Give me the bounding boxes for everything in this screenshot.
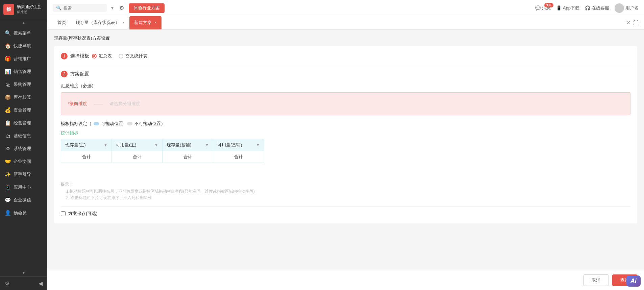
main-card: 1 选择模板 汇总表 交叉统计表 2 方案: [54, 46, 637, 223]
save-checkbox[interactable]: [61, 211, 66, 216]
sidebar-item-finance[interactable]: 💰 资金管理: [0, 104, 47, 117]
sidebar-icon-quick-nav: 🏠: [5, 43, 11, 49]
sidebar-icon-app-center: 📱: [5, 184, 11, 190]
radio-summary-label: 汇总表: [99, 53, 112, 59]
topbar-dropdown[interactable]: ▼: [110, 5, 115, 10]
service-icon: 🎧: [585, 5, 590, 10]
sidebar-item-inventory[interactable]: 📦 库存核算: [0, 91, 47, 104]
sidebar-item-guide[interactable]: ✨ 新手引导: [0, 168, 47, 181]
collapse-icon[interactable]: ◀: [39, 280, 43, 287]
stat-table-header: 现存量(主) ▼ 可用量(主) ▼ 现存量(基辅) ▼ 可用量(基辅): [61, 139, 264, 151]
topbar-search-box[interactable]: 🔍: [53, 4, 107, 12]
topbar-gear-icon[interactable]: ⚙: [118, 3, 125, 13]
save-label: 方案保存(可选): [68, 211, 98, 217]
topbar-right: 💬 消息 99+ 📱 App下载 🎧 在线客服 用户名: [535, 3, 639, 13]
sidebar-item-marketing[interactable]: 🎁 营销推广: [0, 52, 47, 65]
dimension-placeholder: 请选择分组维度: [109, 101, 140, 107]
topbar-user[interactable]: 用户名: [615, 3, 639, 13]
sidebar-footer: ⚙ ◀: [0, 276, 47, 290]
sidebar-item-operation[interactable]: 📋 经营管理: [0, 117, 47, 129]
stat-section-title: 统计指标: [61, 130, 630, 136]
step2-num: 2: [61, 71, 68, 77]
tab-inventory-close[interactable]: ×: [122, 20, 125, 25]
content-area: 现存量(库存状况表)方案设置 1 选择模板 汇总表 交叉统计表: [47, 30, 644, 270]
sidebar-item-sales[interactable]: 📊 销售管理: [0, 65, 47, 78]
sidebar-icon-member: 👤: [5, 210, 11, 216]
ai-badge[interactable]: Ai: [626, 275, 641, 287]
app-name: 畅康通好生意: [17, 4, 41, 10]
indicator-config-prefix: 模板指标设定（: [61, 121, 92, 127]
sidebar-label-inventory: 库存核算: [14, 94, 31, 100]
sidebar-scroll-up[interactable]: ▲: [0, 19, 47, 27]
hint-title: 提示：: [61, 182, 630, 187]
stat-table: 现存量(主) ▼ 可用量(主) ▼ 现存量(基辅) ▼ 可用量(基辅): [61, 139, 264, 163]
sidebar-label-sales: 销售管理: [14, 69, 31, 75]
tab-new-plan-label: 新建方案: [134, 20, 152, 26]
sidebar-item-system[interactable]: ⚙ 系统管理: [0, 142, 47, 155]
step1-num: 1: [61, 53, 68, 59]
hint-item-1: 1.拖动标题栏可以调整布局，不可跨维度或指标区域拖动栏目字段(只能在同一维度或指…: [61, 189, 630, 194]
stat-col-1[interactable]: 现存量(主) ▼: [61, 139, 112, 151]
stat-col-1-label: 现存量(主): [65, 142, 86, 148]
stat-col-2-chevron: ▼: [154, 143, 158, 147]
tab-new-plan[interactable]: 新建方案 ×: [129, 16, 162, 29]
stat-col-3-chevron: ▼: [205, 143, 209, 147]
tabs-bar: 首页 现存量（库存状况表） × 新建方案 × ✕ ⛶: [47, 16, 644, 30]
dimension-required: *纵向维度: [68, 101, 87, 107]
tab-expand-icon[interactable]: ⛶: [633, 20, 639, 26]
sidebar-icon-wechat: 💬: [5, 197, 11, 203]
app-download-label: App下载: [563, 5, 579, 11]
trial-button[interactable]: 体验行业方案: [129, 3, 165, 13]
cancel-button[interactable]: 取消: [583, 274, 609, 286]
movable-badge-dot: [94, 122, 99, 125]
sidebar-item-search-menu[interactable]: 🔍 搜索菜单: [0, 27, 47, 40]
step2-header: 2 方案配置: [61, 71, 630, 77]
radio-cross[interactable]: 交叉统计表: [119, 53, 147, 59]
dimension-box[interactable]: *纵向维度 —— 请选择分组维度: [61, 92, 630, 115]
indicator-movable-label: 可拖动位置: [101, 121, 123, 127]
stat-cell-2: 合计: [112, 151, 163, 163]
sidebar-label-marketing: 营销推广: [14, 56, 31, 62]
sidebar-icon-basic-info: 🗂: [5, 133, 11, 139]
stat-col-3[interactable]: 现存量(基辅) ▼: [163, 139, 213, 151]
sidebar-label-corp: 企业协同: [14, 159, 31, 165]
username-label: 用户名: [625, 5, 639, 11]
stat-col-4[interactable]: 可用量(基辅) ▼: [213, 139, 264, 151]
avatar: [615, 3, 624, 13]
sidebar-item-app-center[interactable]: 📱 应用中心: [0, 181, 47, 194]
sidebar-icon-system: ⚙: [5, 146, 11, 152]
radio-summary[interactable]: 汇总表: [92, 53, 112, 59]
sidebar-icon-inventory: 📦: [5, 94, 11, 100]
sidebar-item-quick-nav[interactable]: 🏠 快捷导航: [0, 40, 47, 52]
sidebar-label-search-menu: 搜索菜单: [14, 30, 31, 36]
indicator-config-row: 模板指标设定（ 可拖动位置 不可拖动位置）: [61, 121, 630, 127]
topbar-app-download[interactable]: 📱 App下载: [556, 5, 579, 11]
tab-home[interactable]: 首页: [53, 16, 71, 29]
topbar-online-service[interactable]: 🎧 在线客服: [585, 5, 609, 11]
sidebar: 畅 畅康通好生意 标准版 ▲ 🔍 搜索菜单 🏠 快捷导航 🎁 营销推广 📊 销售…: [0, 0, 47, 290]
search-input[interactable]: [64, 6, 97, 10]
divider-1: [61, 65, 630, 65]
app-name-block: 畅康通好生意 标准版: [17, 4, 41, 15]
sidebar-item-member[interactable]: 👤 畅会员: [0, 207, 47, 219]
step1-header: 1 选择模板 汇总表 交叉统计表: [61, 53, 630, 59]
step2-title: 方案配置: [70, 71, 89, 77]
sidebar-item-basic-info[interactable]: 🗂 基础信息: [0, 129, 47, 142]
sidebar-item-purchase[interactable]: 🛍 采购管理: [0, 78, 47, 91]
sidebar-icon-search-menu: 🔍: [5, 30, 11, 36]
app-logo-icon: 畅: [3, 4, 14, 15]
sidebar-label-system: 系统管理: [14, 146, 31, 152]
dimension-label: 汇总维度（必选）: [61, 83, 630, 89]
stat-cell-3: 合计: [163, 151, 213, 163]
settings-icon[interactable]: ⚙: [5, 280, 9, 287]
page-title: 现存量(库存状况表)方案设置: [54, 35, 637, 41]
tab-inventory[interactable]: 现存量（库存状况表） ×: [71, 16, 129, 29]
sidebar-item-wechat[interactable]: 💬 企业微信: [0, 194, 47, 207]
sidebar-scroll-down[interactable]: ▼: [0, 269, 47, 276]
indicator-fixed-label: 不可拖动位置）: [134, 121, 165, 127]
stat-col-2[interactable]: 可用量(主) ▼: [112, 139, 163, 151]
sidebar-item-corp[interactable]: 🤝 企业协同: [0, 155, 47, 168]
tab-new-plan-close[interactable]: ×: [154, 20, 157, 25]
tab-close-icon[interactable]: ✕: [626, 20, 630, 26]
topbar-message[interactable]: 💬 消息 99+: [535, 5, 551, 11]
